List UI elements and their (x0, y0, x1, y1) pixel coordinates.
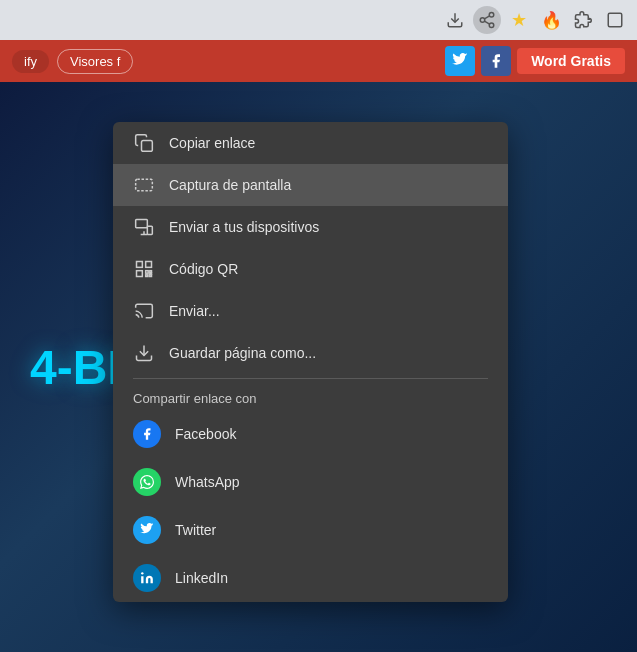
menu-label-linkedin: LinkedIn (175, 570, 228, 586)
svg-rect-12 (146, 262, 152, 268)
svg-rect-10 (147, 226, 152, 234)
svg-rect-9 (136, 220, 148, 228)
menu-item-qr[interactable]: Código QR (113, 248, 508, 290)
svg-point-3 (489, 23, 494, 28)
menu-label-qr: Código QR (169, 261, 238, 277)
facebook-icon (133, 420, 161, 448)
svg-rect-6 (608, 13, 622, 27)
menu-label-facebook: Facebook (175, 426, 236, 442)
menu-item-copy-link[interactable]: Copiar enlace (113, 122, 508, 164)
menu-label-send: Enviar... (169, 303, 220, 319)
bookmark-star-button[interactable]: ★ (505, 6, 533, 34)
menu-label-save-page: Guardar página como... (169, 345, 316, 361)
share-button[interactable] (473, 6, 501, 34)
menu-label-twitter: Twitter (175, 522, 216, 538)
nav-item-ify[interactable]: ify (12, 50, 49, 73)
svg-rect-18 (150, 273, 152, 274)
whatsapp-icon (133, 468, 161, 496)
nav-item-visores[interactable]: Visores f (57, 49, 133, 74)
svg-rect-16 (146, 275, 148, 277)
svg-rect-17 (149, 275, 152, 277)
svg-rect-14 (146, 271, 149, 274)
copy-icon (133, 132, 155, 154)
cast-icon (133, 300, 155, 322)
svg-rect-7 (142, 141, 153, 152)
nav-facebook-icon[interactable] (481, 46, 511, 76)
menu-item-screenshot[interactable]: Captura de pantalla (113, 164, 508, 206)
menu-label-whatsapp: WhatsApp (175, 474, 240, 490)
menu-item-whatsapp[interactable]: WhatsApp (113, 458, 508, 506)
menu-item-linkedin[interactable]: LinkedIn (113, 554, 508, 602)
qr-icon (133, 258, 155, 280)
menu-label-screenshot: Captura de pantalla (169, 177, 291, 193)
extensions-button[interactable] (569, 6, 597, 34)
save-icon (133, 342, 155, 364)
nav-bar: ify Visores f Word Gratis (0, 40, 637, 82)
menu-label-send-devices: Enviar a tus dispositivos (169, 219, 319, 235)
menu-item-send[interactable]: Enviar... (113, 290, 508, 332)
menu-item-twitter[interactable]: Twitter (113, 506, 508, 554)
browser-chrome: ★ 🔥 (0, 0, 637, 40)
svg-rect-13 (137, 271, 143, 277)
menu-item-send-devices[interactable]: Enviar a tus dispositivos (113, 206, 508, 248)
download-button[interactable] (441, 6, 469, 34)
fire-button[interactable]: 🔥 (537, 6, 565, 34)
svg-rect-15 (150, 271, 152, 273)
menu-item-facebook[interactable]: Facebook (113, 410, 508, 458)
context-menu: Copiar enlace Captura de pantalla Env (113, 122, 508, 602)
svg-point-21 (141, 572, 143, 574)
devices-icon (133, 216, 155, 238)
menu-divider (133, 378, 488, 379)
new-tab-button[interactable] (601, 6, 629, 34)
twitter-share-icon (133, 516, 161, 544)
svg-point-1 (489, 13, 494, 18)
svg-rect-8 (136, 179, 153, 191)
linkedin-icon (133, 564, 161, 592)
menu-item-save-page[interactable]: Guardar página como... (113, 332, 508, 374)
svg-rect-11 (137, 262, 143, 268)
svg-line-5 (484, 16, 489, 19)
page-content: 4-BIT Copiar enlace Captura de pantalla (0, 82, 637, 652)
word-gratis-button[interactable]: Word Gratis (517, 48, 625, 74)
menu-label-copy-link: Copiar enlace (169, 135, 255, 151)
nav-twitter-icon[interactable] (445, 46, 475, 76)
share-section-label: Compartir enlace con (113, 383, 508, 410)
svg-point-2 (480, 18, 485, 23)
screenshot-icon (133, 174, 155, 196)
svg-line-4 (484, 21, 489, 24)
